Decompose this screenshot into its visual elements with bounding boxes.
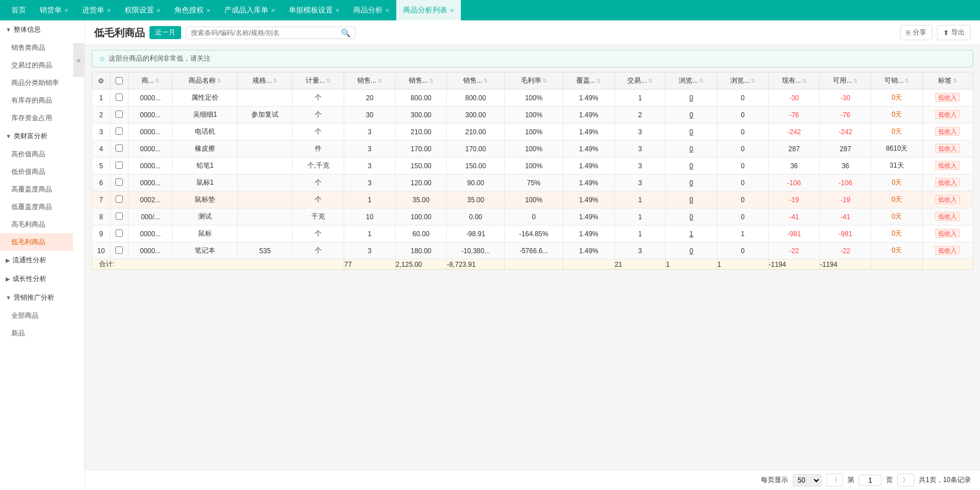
row-checkbox[interactable] bbox=[110, 208, 129, 225]
nav-analysis-list[interactable]: 商品分析列表 ✕ bbox=[396, 0, 461, 20]
sidebar-section-overall[interactable]: ▼ 整体信息 bbox=[0, 20, 73, 39]
date-filter-button[interactable]: 近一月 bbox=[149, 26, 181, 39]
nav-product-analysis[interactable]: 商品分析 ✕ bbox=[346, 0, 396, 20]
close-icon[interactable]: ✕ bbox=[64, 7, 69, 14]
close-icon[interactable]: ✕ bbox=[335, 7, 340, 14]
col-spec[interactable]: 规格... ⇅ bbox=[237, 73, 293, 90]
row-checkbox[interactable] bbox=[110, 225, 129, 242]
row-checkbox[interactable] bbox=[110, 157, 129, 174]
col-sale-profit[interactable]: 销售... ⇅ bbox=[447, 73, 504, 90]
share-button[interactable]: ⎘ 分享 bbox=[900, 25, 932, 40]
row-checkbox-input[interactable] bbox=[115, 93, 123, 101]
sidebar-section-circulation[interactable]: ▶ 流通性分析 bbox=[0, 251, 73, 270]
view1-link[interactable]: 0 bbox=[690, 145, 694, 153]
col-name[interactable]: 商品名称 ⇅ bbox=[173, 73, 238, 90]
row-checkbox-input[interactable] bbox=[115, 110, 123, 118]
view1-link[interactable]: 0 bbox=[690, 213, 694, 221]
view1-link[interactable]: 0 bbox=[690, 196, 694, 204]
row-checkbox-input[interactable] bbox=[115, 178, 123, 186]
row-checkbox[interactable] bbox=[110, 123, 129, 140]
row-view1[interactable]: 0 bbox=[666, 123, 717, 140]
sidebar-item-category-rate[interactable]: 商品分类助销率 bbox=[0, 74, 73, 92]
row-checkbox-input[interactable] bbox=[115, 195, 123, 203]
nav-purchase[interactable]: 进货单 ✕ bbox=[75, 0, 118, 20]
row-view1[interactable]: 0 bbox=[666, 157, 717, 174]
col-current-stock[interactable]: 现有... ⇅ bbox=[768, 73, 820, 90]
next-page-button[interactable]: 〉 bbox=[897, 474, 914, 487]
row-checkbox[interactable] bbox=[110, 106, 129, 123]
row-checkbox[interactable] bbox=[110, 191, 129, 208]
col-view2[interactable]: 浏览... ⇅ bbox=[717, 73, 769, 90]
row-view1[interactable]: 0 bbox=[666, 242, 717, 259]
col-checkbox-all[interactable] bbox=[110, 73, 129, 90]
col-gross-margin[interactable]: 毛利率 ⇅ bbox=[504, 73, 563, 90]
row-view1[interactable]: 0 bbox=[666, 208, 717, 225]
sidebar-section-marketing[interactable]: ▼ 营销推广分析 bbox=[0, 288, 73, 307]
row-checkbox-input[interactable] bbox=[115, 144, 123, 152]
col-code[interactable]: 商... ⇅ bbox=[129, 73, 173, 90]
close-icon[interactable]: ✕ bbox=[450, 7, 454, 14]
prev-page-button[interactable]: 〈 bbox=[826, 474, 843, 487]
close-icon[interactable]: ✕ bbox=[206, 7, 211, 14]
view1-link[interactable]: 0 bbox=[690, 94, 694, 102]
row-checkbox-input[interactable] bbox=[115, 127, 123, 135]
row-view1[interactable]: 0 bbox=[666, 191, 717, 208]
row-view1[interactable]: 0 bbox=[666, 90, 717, 106]
sidebar-section-wealth[interactable]: ▼ 类财富分析 bbox=[0, 127, 73, 146]
close-icon[interactable]: ✕ bbox=[271, 7, 275, 14]
row-checkbox[interactable] bbox=[110, 90, 129, 106]
sidebar-item-high-coverage[interactable]: 高覆盖度商品 bbox=[0, 181, 73, 198]
nav-template[interactable]: 单据模板设置 ✕ bbox=[282, 0, 346, 20]
row-checkbox-input[interactable] bbox=[115, 246, 123, 254]
col-gear[interactable]: ⚙ bbox=[92, 73, 110, 90]
row-view1[interactable]: 0 bbox=[666, 140, 717, 157]
sidebar-item-high-value[interactable]: 高价值商品 bbox=[0, 146, 73, 163]
page-number-input[interactable] bbox=[859, 475, 881, 486]
row-view1[interactable]: 1 bbox=[666, 225, 717, 242]
row-checkbox[interactable] bbox=[110, 140, 129, 157]
export-button[interactable]: ⬆ 导出 bbox=[937, 25, 971, 40]
nav-permissions[interactable]: 权限设置 ✕ bbox=[118, 0, 168, 20]
row-checkbox-input[interactable] bbox=[115, 229, 123, 237]
nav-role[interactable]: 角色授权 ✕ bbox=[168, 0, 217, 20]
col-sale-qty[interactable]: 销售... ⇅ bbox=[344, 73, 396, 90]
row-view1[interactable]: 0 bbox=[666, 106, 717, 123]
view1-link[interactable]: 1 bbox=[690, 230, 694, 238]
view1-link[interactable]: 0 bbox=[690, 128, 694, 136]
close-icon[interactable]: ✕ bbox=[385, 7, 390, 14]
row-checkbox[interactable] bbox=[110, 174, 129, 191]
search-icon[interactable]: 🔍 bbox=[341, 28, 350, 37]
nav-home[interactable]: 首页 bbox=[5, 0, 33, 20]
sidebar-item-new-products[interactable]: 新品 bbox=[0, 325, 73, 342]
view1-link[interactable]: 0 bbox=[690, 111, 694, 119]
sidebar-item-low-coverage[interactable]: 低覆盖度商品 bbox=[0, 198, 73, 216]
sidebar-item-low-margin[interactable]: 低毛利商品 bbox=[0, 233, 73, 251]
nav-product-entry[interactable]: 产成品入库单 ✕ bbox=[217, 0, 282, 20]
sidebar-item-traded[interactable]: 交易过的商品 bbox=[0, 57, 73, 74]
sidebar-item-low-value[interactable]: 低价值商品 bbox=[0, 163, 73, 181]
select-all-checkbox[interactable] bbox=[115, 77, 123, 84]
col-sellable[interactable]: 可销... ⇅ bbox=[871, 73, 923, 90]
view1-link[interactable]: 0 bbox=[690, 179, 694, 187]
view1-link[interactable]: 0 bbox=[690, 247, 694, 255]
sidebar-item-capital[interactable]: 库存资金占用 bbox=[0, 109, 73, 127]
sidebar-section-growth[interactable]: ▶ 成长性分析 bbox=[0, 270, 73, 288]
page-size-select[interactable]: 50 100 200 bbox=[793, 474, 821, 487]
close-icon[interactable]: ✕ bbox=[106, 7, 111, 14]
row-checkbox-input[interactable] bbox=[115, 161, 123, 169]
sidebar-item-in-stock[interactable]: 有库存的商品 bbox=[0, 92, 73, 109]
row-checkbox[interactable] bbox=[110, 242, 129, 259]
col-transaction[interactable]: 交易... ⇅ bbox=[614, 73, 666, 90]
nav-sales[interactable]: 销货单 ✕ bbox=[33, 0, 75, 20]
col-sale-price[interactable]: 销售... ⇅ bbox=[395, 73, 447, 90]
close-icon[interactable]: ✕ bbox=[156, 7, 161, 14]
gear-icon[interactable]: ⚙ bbox=[98, 77, 104, 85]
search-input[interactable] bbox=[191, 29, 341, 37]
col-coverage[interactable]: 覆盖... ⇅ bbox=[563, 73, 614, 90]
row-view1[interactable]: 0 bbox=[666, 174, 717, 191]
view1-link[interactable]: 0 bbox=[690, 162, 694, 170]
sidebar-collapse-button[interactable]: « bbox=[73, 43, 84, 77]
sidebar-item-all-products[interactable]: 全部商品 bbox=[0, 307, 73, 325]
sidebar-item-high-margin[interactable]: 高毛利商品 bbox=[0, 216, 73, 233]
row-checkbox-input[interactable] bbox=[115, 212, 123, 220]
